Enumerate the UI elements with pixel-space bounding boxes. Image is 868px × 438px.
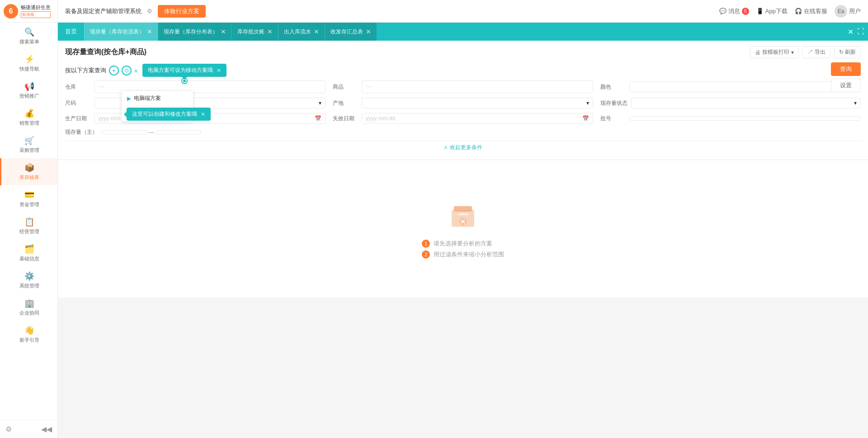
calendar-icon: 📅 xyxy=(582,115,589,122)
phone-icon: 📱 xyxy=(756,8,764,14)
sidebar-item-label: 企业协同 xyxy=(19,310,39,316)
sidebar-item-guide[interactable]: 👋 新手引导 xyxy=(0,321,57,348)
sidebar-item-sales[interactable]: 💰 销售管理 xyxy=(0,104,57,131)
online-service-label: 在线客服 xyxy=(804,7,827,15)
sidebar-item-label: 资金管理 xyxy=(19,201,39,208)
sidebar-item-system[interactable]: ⚙️ 系统管理 xyxy=(0,267,57,294)
sidebar-item-enterprise[interactable]: 🏢 企业协同 xyxy=(0,294,57,321)
logo: 6 畅捷通好生意 标准版 xyxy=(0,0,57,23)
inventory-icon: 📦 xyxy=(24,163,34,173)
user-menu[interactable]: Ea 用户 xyxy=(835,5,861,18)
tab-close-icon[interactable]: ✕ xyxy=(221,28,226,35)
sidebar-nav: 🔍 搜索菜单 ⚡ 快捷导航 📢 营销推广 💰 销售管理 🛒 采购管理 📦 库存核… xyxy=(0,23,57,420)
sidebar-item-inventory[interactable]: 📦 库存核算 xyxy=(0,158,57,185)
template-print-button[interactable]: 🖨 按模板打印 ▾ xyxy=(750,46,799,58)
sidebar-item-basic[interactable]: 🗂️ 基础信息 xyxy=(0,240,57,267)
tooltip-close-2-icon[interactable]: ✕ xyxy=(201,111,205,118)
empty-illustration xyxy=(445,196,481,232)
empty-step-2: 2 用过滤条件来缩小分析范围 xyxy=(422,250,504,259)
logo-badge: 标准版 xyxy=(21,11,51,18)
expiry-date-input[interactable]: yyyy-mm-dd 📅 xyxy=(362,113,593,124)
filter-add-button[interactable]: + xyxy=(109,66,119,75)
dash: — xyxy=(148,129,154,136)
filter-scheme-button[interactable]: ⊙ xyxy=(122,66,132,75)
message-button[interactable]: 💬 消息 6 xyxy=(719,7,749,15)
set-button[interactable]: 设置 xyxy=(831,79,861,92)
sidebar-item-finance[interactable]: 💳 资金管理 xyxy=(0,185,57,212)
sidebar-item-marketing[interactable]: 📢 营销推广 xyxy=(0,77,57,104)
chevron-down-icon: ▾ xyxy=(791,49,794,56)
sidebar-item-label: 新手引导 xyxy=(19,337,39,344)
empty-state: 1 请先选择要分析的方案 2 用过滤条件来缩小分析范围 xyxy=(58,160,868,297)
operations-icon: 📋 xyxy=(24,217,34,227)
tab-inventory-status[interactable]: 现存量（库存状况表） ✕ xyxy=(84,23,158,41)
goods-select[interactable]: ··· xyxy=(362,80,593,93)
size-label: 尺码 xyxy=(65,99,90,107)
sidebar-item-operations[interactable]: 📋 经营管理 xyxy=(0,212,57,240)
search-button[interactable]: 查询 xyxy=(831,62,861,76)
tab-close-icon[interactable]: ✕ xyxy=(267,28,273,35)
tab-home[interactable]: 首页 xyxy=(58,23,84,41)
filter-origin: 产地 ▾ xyxy=(333,98,593,108)
sidebar-item-label: 经营管理 xyxy=(19,228,39,235)
export-button[interactable]: ↗ 导出 xyxy=(802,46,830,58)
stock-main-to[interactable] xyxy=(156,130,201,135)
purchase-icon: 🛒 xyxy=(24,136,34,146)
color-select[interactable]: ▾ xyxy=(629,81,861,92)
triangle-icon: ▶ xyxy=(127,95,131,102)
enterprise-icon: 🏢 xyxy=(24,298,34,308)
tab-close-icon[interactable]: ✕ xyxy=(147,28,152,35)
tab-collect-summary[interactable]: 收发存汇总表 ✕ xyxy=(325,23,377,41)
stock-status-label: 现存量状态 xyxy=(600,99,627,107)
collapse-bar[interactable]: ∧ 收起更多条件 xyxy=(65,141,861,154)
calendar-icon: 📅 xyxy=(315,115,321,122)
tooltip-text-2: 这里可以创建和修改方案哦 xyxy=(132,110,197,118)
origin-select[interactable]: ▾ xyxy=(362,98,593,108)
guide-icon: 👋 xyxy=(24,325,34,335)
tab-batch-account[interactable]: 库存批次账 ✕ xyxy=(231,23,278,41)
logo-icon: 6 xyxy=(4,4,18,19)
basic-icon: 🗂️ xyxy=(24,244,34,254)
sales-icon: 💰 xyxy=(24,108,34,118)
tab-inventory-dist[interactable]: 现存量（库存分布表） ✕ xyxy=(158,23,231,41)
topbar: 装备及固定资产辅助管理系统 ⚙ 体验行业方案 💬 消息 6 📱 App下载 🎧 … xyxy=(58,0,868,23)
page-title: 现存量查询(按仓库+商品) xyxy=(65,47,146,57)
stock-main-from[interactable] xyxy=(101,130,146,135)
tab-close-icon[interactable]: ✕ xyxy=(366,28,371,35)
sidebar-item-label: 基础信息 xyxy=(19,255,39,262)
sidebar-item-label: 采购管理 xyxy=(19,147,39,154)
marketing-icon: 📢 xyxy=(24,81,34,91)
message-badge: 6 xyxy=(742,8,749,15)
main-content: 装备及固定资产辅助管理系统 ⚙ 体验行业方案 💬 消息 6 📱 App下载 🎧 … xyxy=(58,0,868,438)
collapse-icon[interactable]: ◀◀ xyxy=(41,425,52,433)
sidebar-item-search[interactable]: 🔍 搜索菜单 xyxy=(0,23,57,50)
refresh-button[interactable]: ↻ 刷新 xyxy=(834,46,861,58)
tab-close-all-icon[interactable]: ✕ xyxy=(848,28,854,36)
chevron-down-icon: ▾ xyxy=(586,100,589,106)
page-title-row: 现存量查询(按仓库+商品) 🖨 按模板打印 ▾ ↗ 导出 ↻ 刷新 xyxy=(65,46,861,58)
sidebar-item-purchase[interactable]: 🛒 采购管理 xyxy=(0,131,57,158)
chevron-down-icon: ▾ xyxy=(854,100,857,106)
filter-arrow-left-icon[interactable]: « xyxy=(134,67,138,74)
tab-in-out-flow[interactable]: 出入库流水 ✕ xyxy=(278,23,325,41)
settings-icon[interactable]: ⚙ xyxy=(5,425,12,433)
tab-close-icon[interactable]: ✕ xyxy=(314,28,319,35)
app-download-button[interactable]: 📱 App下载 xyxy=(756,7,788,15)
settings-gear-icon[interactable]: ⚙ xyxy=(147,8,152,14)
scheme-tooltip: 电脑方案可设为移动方案哦 ✕ xyxy=(142,64,226,77)
search-icon: 🔍 xyxy=(24,27,34,37)
tab-fullscreen-icon[interactable]: ⛶ xyxy=(857,28,864,36)
quick-icon: ⚡ xyxy=(24,54,34,64)
online-service-button[interactable]: 🎧 在线客服 xyxy=(795,7,827,15)
filter-warehouse: 仓库 ··· xyxy=(65,80,326,93)
sidebar-item-quick[interactable]: ⚡ 快捷导航 xyxy=(0,50,57,77)
tooltip-close-icon[interactable]: ✕ xyxy=(217,67,221,74)
sidebar-item-label: 库存核算 xyxy=(19,174,39,181)
origin-label: 产地 xyxy=(333,99,358,107)
industry-solution-button[interactable]: 体验行业方案 xyxy=(158,5,206,18)
batch-no-input[interactable] xyxy=(629,116,861,121)
filter-batch-no: 批号 xyxy=(600,113,861,124)
scheme-desktop[interactable]: ▶ 电脑端方案 xyxy=(122,91,193,106)
user-label: 用户 xyxy=(849,7,861,15)
stock-status-select[interactable]: ▾ xyxy=(631,98,861,108)
